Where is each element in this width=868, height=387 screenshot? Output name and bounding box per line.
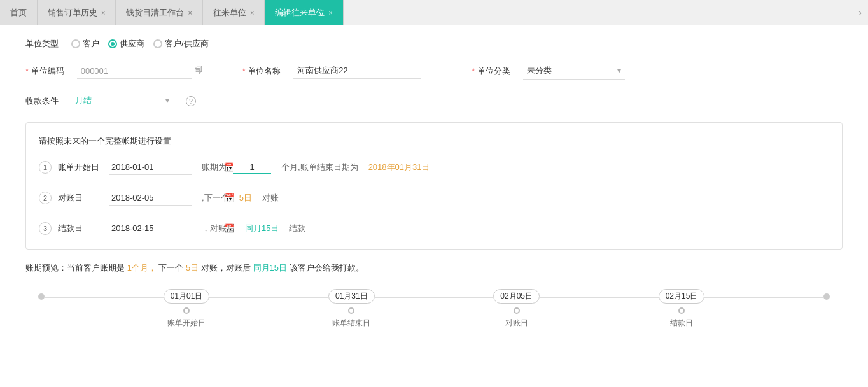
tab-edit-contacts[interactable]: 编辑往来单位 × [265,0,343,25]
row-1-period-input[interactable] [233,161,271,174]
unit-type-row: 单位类型 客户 供应商 客户/供应商 [25,38,843,50]
tab-sales-history-close[interactable]: × [101,9,105,17]
section-title: 请按照未来的一个完整帐期进行设置 [39,136,829,147]
row-3-highlight: 同月15日 [245,223,279,234]
row-1-period-suffix: 个月,账单结束日期为 [281,162,358,173]
row-2-highlight: 5日 [239,192,252,204]
timeline-line-4 [540,297,659,298]
row-2-date-field: 📅 [109,190,192,206]
tab-expand-button[interactable]: › [852,0,868,25]
payment-terms-arrow: ▾ [165,96,169,105]
row-1-period-label: 账期为 [202,162,227,173]
timeline-badge-3: 02月05日 [493,289,540,304]
row-2: 2 对账日 📅 ,下一个 5日 对账 [39,190,829,206]
timeline-label-4: 结款日 [670,318,693,328]
row-2-suffix: 对账 [262,192,279,204]
unit-name-input[interactable] [293,64,421,79]
tab-sales-history-label: 销售订单历史 [48,7,97,18]
tab-sales-history[interactable]: 销售订单历史 × [38,0,116,25]
preview-suffix: 该客户会给我打款。 [290,263,364,272]
timeline-point-3: 02月05日 对账日 [493,289,540,328]
radio-both-circle [153,39,162,48]
row-1: 1 账单开始日 📅 账期为 个月,账单结束日期为 2018年01月31日 [39,160,829,175]
row-2-label: 对账日 [58,192,102,204]
radio-supplier-label: 供应商 [120,38,144,50]
radio-both[interactable]: 客户/供应商 [153,38,209,50]
tab-cash-workbench-label: 钱货日清工作台 [126,7,184,18]
tab-cash-workbench-close[interactable]: × [188,9,192,17]
period-section: 请按照未来的一个完整帐期进行设置 1 账单开始日 📅 账期为 个月,账单结束日期… [25,122,843,250]
timeline-right-dot [823,293,830,300]
row-3-num: 3 [39,222,52,235]
unit-category-value: 未分类 [527,65,617,76]
timeline: 01月01日 账单开始日 01月31日 账单结束日 02月05日 对账日 [38,289,830,328]
preview-highlight2: 5日 [186,263,199,272]
row-2-prefix: ,下一个 [202,192,229,204]
timeline-label-3: 对账日 [505,318,528,328]
unit-type-radio-group: 客户 供应商 客户/供应商 [71,38,209,50]
radio-supplier[interactable]: 供应商 [108,38,144,50]
timeline-wrapper: 01月01日 账单开始日 01月31日 账单结束日 02月05日 对账日 [25,289,843,328]
row-3: 3 结款日 📅 ，对账后 同月15日 结款 [39,221,829,236]
timeline-label-2: 账单结束日 [332,318,370,328]
preview-prefix: 账期预览：当前客户账期是 [25,263,125,272]
row-1-period-end: 2018年01月31日 [368,162,430,173]
unit-type-label: 单位类型 [25,38,59,50]
radio-customer[interactable]: 客户 [71,38,99,50]
row-3-label: 结款日 [58,223,102,234]
payment-terms-help[interactable]: ? [186,96,196,106]
tab-home-label: 首页 [10,7,27,18]
row-1-num: 1 [39,161,52,174]
payment-terms-select[interactable]: 月结 ▾ [71,92,173,109]
timeline-line-1 [45,297,164,298]
row-3-suffix: 结款 [289,223,305,234]
timeline-left-dot [38,293,45,300]
preview-highlight3: 同月15日 [253,263,287,272]
unit-name-label: 单位名称 [242,66,281,77]
timeline-point-4: 02月15日 结款日 [659,289,705,328]
radio-supplier-circle [108,39,117,48]
timeline-badge-1: 01月01日 [164,289,210,304]
row-3-prefix: ，对账后 [202,223,235,234]
unit-code-input[interactable] [77,64,192,78]
main-content: 单位类型 客户 供应商 客户/供应商 单位编码 🗐 单位名称 单位分类 [0,25,868,387]
timeline-line-3 [375,297,494,298]
unit-category-arrow: ▾ [617,66,621,75]
tab-contacts-label: 往来单位 [213,7,246,18]
payment-terms-value: 月结 [75,95,165,106]
row-1-date-field: 📅 [109,160,192,175]
tab-contacts-close[interactable]: × [250,9,254,17]
radio-customer-label: 客户 [83,38,99,50]
timeline-badge-2: 01月31日 [328,289,375,304]
radio-customer-circle [71,39,80,48]
timeline-line-5 [704,297,823,298]
preview-middle1: 下一个 [158,263,183,272]
timeline-left-end [38,289,45,300]
preview-highlight1: 1个月， [127,263,157,272]
row-2-num: 2 [39,192,52,204]
tab-cash-workbench[interactable]: 钱货日清工作台 × [116,0,202,25]
timeline-label-1: 账单开始日 [167,318,206,328]
timeline-right-end [823,289,830,300]
payment-terms-label: 收款条件 [25,95,59,107]
unit-code-icon[interactable]: 🗐 [192,64,206,77]
payment-terms-row: 收款条件 月结 ▾ ? [25,92,843,109]
unit-details-row: 单位编码 🗐 单位名称 单位分类 未分类 ▾ [25,62,843,80]
timeline-line-2 [209,297,328,298]
timeline-badge-4: 02月15日 [659,289,705,304]
unit-category-select[interactable]: 未分类 ▾ [523,62,625,80]
tab-home[interactable]: 首页 [0,0,38,25]
timeline-point-2: 01月31日 账单结束日 [328,289,375,328]
tab-contacts[interactable]: 往来单位 × [203,0,265,25]
tab-bar: 首页 销售订单历史 × 钱货日清工作台 × 往来单位 × 编辑往来单位 × › [0,0,868,25]
unit-code-field: 🗐 [77,64,192,79]
timeline-point-1: 01月01日 账单开始日 [164,289,210,328]
timeline-dot-4 [678,307,685,314]
timeline-dot-3 [514,307,520,314]
preview-middle2: 对账，对账后 [201,263,251,272]
unit-code-label: 单位编码 [25,66,64,77]
preview-section: 账期预览：当前客户账期是 1个月， 下一个 5日 对账，对账后 同月15日 该客… [25,262,843,274]
tab-edit-contacts-close[interactable]: × [328,9,332,17]
row-3-date-field: 📅 [109,221,192,236]
row-1-label: 账单开始日 [58,162,102,173]
